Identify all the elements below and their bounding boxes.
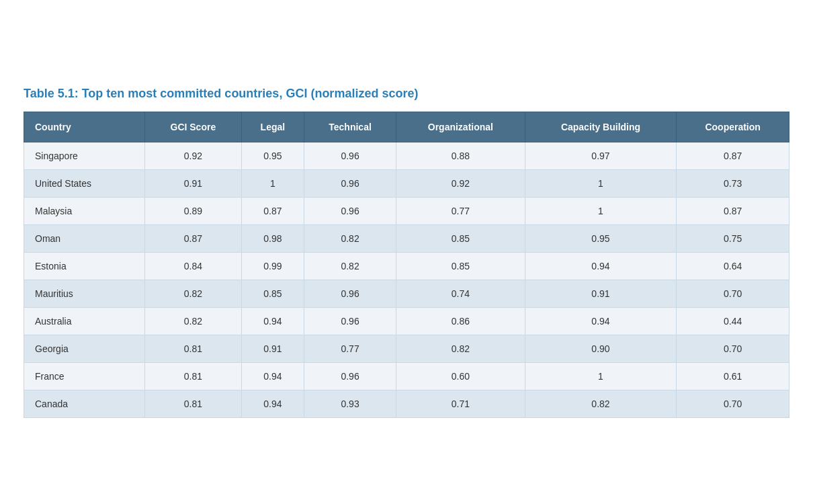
- table-header-row: Country GCI Score Legal Technical Organi…: [24, 112, 789, 142]
- cell-technical: 0.82: [304, 224, 396, 252]
- cell-cooperation: 0.64: [677, 252, 789, 280]
- cell-country: Malaysia: [24, 197, 145, 224]
- cell-gci_score: 0.87: [144, 224, 241, 252]
- table-body: Singapore0.920.950.960.880.970.87United …: [24, 142, 789, 417]
- cell-country: Canada: [24, 390, 145, 417]
- header-legal: Legal: [241, 112, 304, 142]
- cell-capacity_building: 0.82: [525, 390, 677, 417]
- cell-country: Oman: [24, 224, 145, 252]
- cell-capacity_building: 1: [525, 197, 677, 224]
- cell-gci_score: 0.82: [144, 307, 241, 335]
- cell-organizational: 0.82: [396, 335, 525, 362]
- cell-gci_score: 0.84: [144, 252, 241, 280]
- cell-organizational: 0.60: [396, 362, 525, 390]
- cell-technical: 0.77: [304, 335, 396, 362]
- main-container: Table 5.1: Top ten most committed countr…: [24, 87, 789, 418]
- table-row: Mauritius0.820.850.960.740.910.70: [24, 280, 789, 307]
- cell-legal: 0.91: [241, 335, 304, 362]
- cell-gci_score: 0.81: [144, 335, 241, 362]
- cell-technical: 0.96: [304, 362, 396, 390]
- cell-cooperation: 0.70: [677, 390, 789, 417]
- header-cooperation: Cooperation: [677, 112, 789, 142]
- cell-capacity_building: 0.90: [525, 335, 677, 362]
- table-row: Singapore0.920.950.960.880.970.87: [24, 142, 789, 169]
- header-organizational: Organizational: [396, 112, 525, 142]
- cell-capacity_building: 1: [525, 362, 677, 390]
- table-row: Georgia0.810.910.770.820.900.70: [24, 335, 789, 362]
- cell-organizational: 0.74: [396, 280, 525, 307]
- cell-legal: 1: [241, 169, 304, 197]
- header-country: Country: [24, 112, 145, 142]
- header-capacity-building: Capacity Building: [525, 112, 677, 142]
- cell-technical: 0.96: [304, 280, 396, 307]
- cell-country: Singapore: [24, 142, 145, 169]
- table-row: United States0.9110.960.9210.73: [24, 169, 789, 197]
- cell-capacity_building: 0.91: [525, 280, 677, 307]
- cell-country: Estonia: [24, 252, 145, 280]
- cell-organizational: 0.86: [396, 307, 525, 335]
- table-row: France0.810.940.960.6010.61: [24, 362, 789, 390]
- cell-cooperation: 0.75: [677, 224, 789, 252]
- cell-legal: 0.94: [241, 307, 304, 335]
- cell-country: Georgia: [24, 335, 145, 362]
- cell-gci_score: 0.81: [144, 362, 241, 390]
- table-row: Oman0.870.980.820.850.950.75: [24, 224, 789, 252]
- cell-country: Australia: [24, 307, 145, 335]
- cell-legal: 0.98: [241, 224, 304, 252]
- cell-cooperation: 0.73: [677, 169, 789, 197]
- cell-organizational: 0.88: [396, 142, 525, 169]
- cell-cooperation: 0.70: [677, 280, 789, 307]
- cell-technical: 0.93: [304, 390, 396, 417]
- cell-gci_score: 0.91: [144, 169, 241, 197]
- cell-country: United States: [24, 169, 145, 197]
- cell-legal: 0.99: [241, 252, 304, 280]
- cell-cooperation: 0.87: [677, 197, 789, 224]
- cell-organizational: 0.85: [396, 224, 525, 252]
- cell-capacity_building: 0.94: [525, 252, 677, 280]
- cell-gci_score: 0.82: [144, 280, 241, 307]
- cell-cooperation: 0.61: [677, 362, 789, 390]
- table-row: Estonia0.840.990.820.850.940.64: [24, 252, 789, 280]
- cell-organizational: 0.71: [396, 390, 525, 417]
- table-title: Table 5.1: Top ten most committed countr…: [24, 87, 789, 101]
- data-table: Country GCI Score Legal Technical Organi…: [24, 112, 789, 418]
- cell-organizational: 0.77: [396, 197, 525, 224]
- cell-organizational: 0.92: [396, 169, 525, 197]
- header-gci-score: GCI Score: [144, 112, 241, 142]
- cell-gci_score: 0.81: [144, 390, 241, 417]
- cell-legal: 0.95: [241, 142, 304, 169]
- cell-capacity_building: 0.97: [525, 142, 677, 169]
- cell-cooperation: 0.44: [677, 307, 789, 335]
- cell-technical: 0.96: [304, 307, 396, 335]
- cell-capacity_building: 0.94: [525, 307, 677, 335]
- cell-technical: 0.96: [304, 142, 396, 169]
- cell-cooperation: 0.87: [677, 142, 789, 169]
- cell-country: Mauritius: [24, 280, 145, 307]
- header-technical: Technical: [304, 112, 396, 142]
- table-row: Malaysia0.890.870.960.7710.87: [24, 197, 789, 224]
- cell-legal: 0.87: [241, 197, 304, 224]
- cell-legal: 0.94: [241, 390, 304, 417]
- cell-cooperation: 0.70: [677, 335, 789, 362]
- cell-gci_score: 0.92: [144, 142, 241, 169]
- cell-legal: 0.94: [241, 362, 304, 390]
- cell-country: France: [24, 362, 145, 390]
- table-row: Australia0.820.940.960.860.940.44: [24, 307, 789, 335]
- cell-organizational: 0.85: [396, 252, 525, 280]
- cell-technical: 0.82: [304, 252, 396, 280]
- cell-capacity_building: 1: [525, 169, 677, 197]
- table-row: Canada0.810.940.930.710.820.70: [24, 390, 789, 417]
- cell-technical: 0.96: [304, 197, 396, 224]
- cell-legal: 0.85: [241, 280, 304, 307]
- cell-gci_score: 0.89: [144, 197, 241, 224]
- cell-capacity_building: 0.95: [525, 224, 677, 252]
- cell-technical: 0.96: [304, 169, 396, 197]
